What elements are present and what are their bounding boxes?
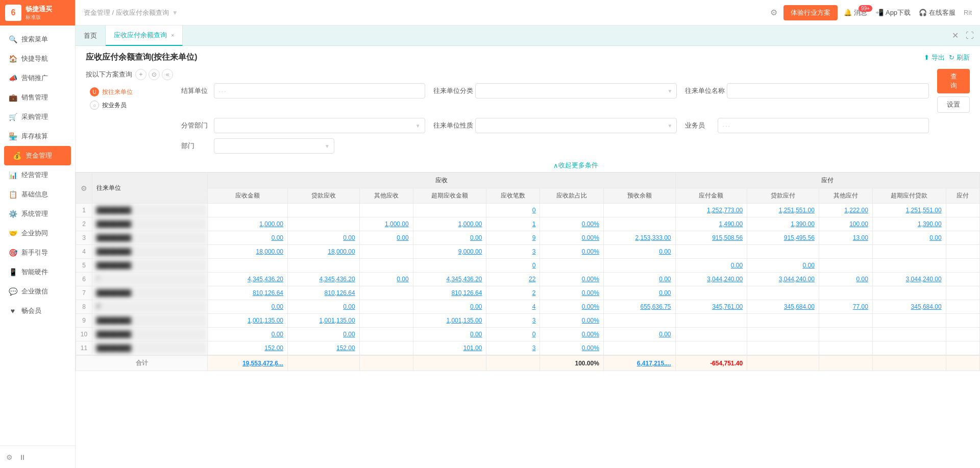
cell-rec_advance[interactable]: 0.00 — [603, 328, 675, 341]
back-scheme-button[interactable]: « — [162, 69, 173, 80]
tab-close-icon[interactable]: × — [171, 32, 174, 38]
refresh-button[interactable]: ↻ 刷新 — [949, 53, 970, 62]
sidebar-item-enterprise[interactable]: 🤝 企业协同 — [0, 224, 75, 243]
partner-nature-input[interactable]: ▼ — [475, 118, 677, 133]
cell-rec_count[interactable]: 3 — [486, 245, 540, 259]
cell-pay_loan[interactable]: 915,495.56 — [747, 231, 819, 245]
partner-name-input[interactable] — [727, 83, 929, 98]
cell-pay_other[interactable]: 1,222.00 — [819, 204, 872, 217]
cell-pay_other[interactable]: 100.00 — [819, 217, 872, 231]
cell-rec_amount[interactable]: 4,345,436.20 — [208, 273, 288, 286]
tab-query[interactable]: 应收应付余额查询 × — [106, 26, 183, 46]
export-button[interactable]: ⬆ 导出 — [924, 53, 945, 62]
cell-rec_loan[interactable]: 4,345,436.20 — [288, 273, 360, 286]
cell-rec_amount[interactable]: 810,126.64 — [208, 286, 288, 300]
cell-rec_advance[interactable]: 655,636.75 — [603, 300, 675, 314]
sidebar-item-system[interactable]: ⚙️ 系统管理 — [0, 204, 75, 224]
cell-rec_amount[interactable]: 0.00 — [208, 231, 288, 245]
sidebar-item-guide[interactable]: 🎯 新手引导 — [0, 243, 75, 262]
cell-pay_loan[interactable]: 1,390.00 — [747, 217, 819, 231]
sidebar-item-hardware[interactable]: 📱 智能硬件 — [0, 262, 75, 282]
dept-input[interactable]: ▼ — [214, 138, 334, 154]
cell-pay_amount[interactable]: 1,490.00 — [675, 217, 747, 231]
cell-rec_amount[interactable]: 18,000.00 — [208, 245, 288, 259]
cell-rec_ratio[interactable]: 0.00% — [540, 286, 603, 300]
cell-rec_other[interactable]: 1,000.00 — [359, 217, 413, 231]
cell-rec_ratio[interactable]: 0.00% — [540, 273, 603, 286]
cell-rec_advance[interactable]: 0.00 — [603, 245, 675, 259]
cell-pay_loan[interactable]: 345,684.00 — [747, 300, 819, 314]
cell-pay_amount[interactable]: 3,044,240.00 — [675, 273, 747, 286]
table-settings-icon[interactable]: ⚙ — [81, 184, 87, 192]
cell-rec_count[interactable]: 0 — [486, 259, 540, 273]
cell-pay_other[interactable]: 77.00 — [819, 300, 872, 314]
sidebar-item-vip[interactable]: ♥ 畅会员 — [0, 301, 75, 321]
topbar-gear-icon[interactable]: ⚙ — [770, 8, 777, 17]
breadcrumb-dropdown-icon[interactable]: ▼ — [172, 9, 178, 16]
division-input[interactable]: ▼ — [214, 118, 425, 133]
app-download-button[interactable]: 📲 App下载 — [875, 8, 911, 17]
cell-rec_amount[interactable]: 0.00 — [208, 300, 288, 314]
cell-rec_overdue[interactable]: 1,000.00 — [413, 217, 486, 231]
tab-home[interactable]: 首页 — [76, 26, 106, 46]
query-button[interactable]: 查询 — [937, 69, 970, 93]
cell-rec_amount[interactable]: 1,000.00 — [208, 217, 288, 231]
cell-rec_count[interactable]: 0 — [486, 204, 540, 217]
settings-scheme-button[interactable]: ⊙ — [149, 69, 160, 80]
cell-rec_ratio[interactable]: 0.00% — [540, 245, 603, 259]
cell-rec_count[interactable]: 9 — [486, 231, 540, 245]
footer-rec-advance[interactable]: 6,417,215.... — [603, 355, 675, 371]
cell-rec_amount[interactable]: 152.00 — [208, 341, 288, 356]
salesperson-input[interactable]: ··· — [718, 118, 929, 133]
cell-rec_ratio[interactable]: 0.00% — [540, 314, 603, 328]
cell-rec_ratio[interactable]: 0.00% — [540, 341, 603, 356]
cell-rec_count[interactable]: 1 — [486, 217, 540, 231]
cell-rec_amount[interactable]: 0.00 — [208, 328, 288, 341]
sidebar-item-basic[interactable]: 📋 基础信息 — [0, 185, 75, 204]
online-service-button[interactable]: 🎧 在线客服 — [919, 8, 955, 17]
sidebar-item-inventory[interactable]: 🏪 库存核算 — [0, 127, 75, 146]
partner-cat-input[interactable]: ▼ — [475, 83, 677, 98]
cell-rec_ratio[interactable]: 0.00% — [540, 231, 603, 245]
cell-rec_other[interactable]: 0.00 — [359, 231, 413, 245]
cell-rec_overdue[interactable]: 810,126.64 — [413, 286, 486, 300]
sidebar-item-sales[interactable]: 💼 销售管理 — [0, 88, 75, 107]
cell-rec_advance[interactable]: 2,153,333.00 — [603, 231, 675, 245]
cell-rec_loan[interactable]: 810,126.64 — [288, 286, 360, 300]
cell-rec_overdue[interactable]: 9,000.00 — [413, 245, 486, 259]
filter-option-partner[interactable]: U 按往来单位 — [86, 85, 173, 98]
cell-rec_overdue[interactable]: 0.00 — [413, 231, 486, 245]
cell-pay_overdue[interactable]: 1,390.00 — [872, 217, 946, 231]
cell-rec_ratio[interactable]: 0.00% — [540, 300, 603, 314]
sidebar-item-operations[interactable]: 📊 经营管理 — [0, 165, 75, 185]
cell-rec_ratio[interactable]: 0.00% — [540, 328, 603, 341]
cell-rec_loan[interactable]: 0.00 — [288, 328, 360, 341]
cell-pay_overdue[interactable]: 345,684.00 — [872, 300, 946, 314]
cell-rec_advance[interactable]: 0.00 — [603, 273, 675, 286]
sidebar-item-search[interactable]: 🔍 搜索菜单 — [0, 30, 75, 49]
cell-pay_amount[interactable]: 1,252,773.00 — [675, 204, 747, 217]
cell-rec_loan[interactable]: 18,000.00 — [288, 245, 360, 259]
cell-rec_count[interactable]: 0 — [486, 328, 540, 341]
cell-rec_overdue[interactable]: 101.00 — [413, 341, 486, 356]
filter-option-staff[interactable]: ○ 按业务员 — [86, 98, 173, 112]
messages-button[interactable]: 🔔 消息 99+ — [844, 8, 867, 17]
cell-pay_amount[interactable]: 0.00 — [675, 259, 747, 273]
cell-rec_ratio[interactable]: 0.00% — [540, 217, 603, 231]
cell-pay_loan[interactable]: 0.00 — [747, 259, 819, 273]
settings-button[interactable]: 设置 — [937, 96, 970, 113]
settings-bottom-icon[interactable]: ⚙ — [6, 453, 13, 461]
cell-rec_loan[interactable]: 0.00 — [288, 231, 360, 245]
footer-rec-amount[interactable]: 19,553,472,6... — [208, 355, 288, 371]
cell-rec_advance[interactable]: 0.00 — [603, 286, 675, 300]
collapse-sidebar-icon[interactable]: ⏸ — [19, 453, 26, 461]
cell-rec_overdue[interactable]: 0.00 — [413, 300, 486, 314]
sidebar-item-marketing[interactable]: 📣 营销推广 — [0, 68, 75, 88]
filter-collapse-button[interactable]: ∧ 收起更多条件 — [181, 159, 970, 172]
user-info[interactable]: Rit — [964, 9, 972, 16]
cell-pay_overdue[interactable]: 3,044,240.00 — [872, 273, 946, 286]
cell-rec_loan[interactable]: 152.00 — [288, 341, 360, 356]
cell-rec_count[interactable]: 2 — [486, 286, 540, 300]
cell-rec_overdue[interactable]: 1,001,135.00 — [413, 314, 486, 328]
cell-rec_loan[interactable]: 0.00 — [288, 300, 360, 314]
